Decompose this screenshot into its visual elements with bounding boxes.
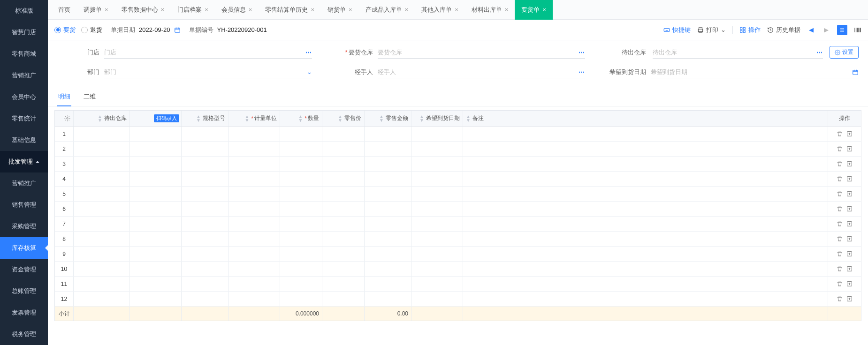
sidebar-item[interactable]: 采购管理: [0, 216, 48, 237]
col-remark[interactable]: ▲▼备注: [463, 111, 828, 126]
sidebar-item[interactable]: 智慧门店: [0, 22, 48, 43]
col-expect-date[interactable]: ▲▼希望到货日期: [411, 111, 463, 126]
add-row-icon[interactable]: [846, 176, 853, 182]
col-unit[interactable]: ▲▼*计量单位: [228, 111, 280, 126]
col-out-warehouse[interactable]: ▲▼待出仓库: [74, 111, 130, 126]
delete-row-icon[interactable]: [837, 281, 843, 287]
table-row[interactable]: 12: [55, 292, 861, 307]
add-row-icon[interactable]: [846, 206, 853, 212]
close-icon[interactable]: ×: [542, 6, 546, 13]
table-row[interactable]: 5: [55, 187, 861, 202]
close-icon[interactable]: ×: [105, 6, 108, 13]
tab[interactable]: 其他入库单×: [415, 0, 465, 20]
table-row[interactable]: 4: [55, 172, 861, 187]
prev-record-button[interactable]: ◀: [807, 26, 815, 33]
delete-row-icon[interactable]: [837, 251, 843, 257]
sidebar-item[interactable]: 零售商城: [0, 43, 48, 65]
sidebar-item[interactable]: 销售管理: [0, 194, 48, 216]
handler-input[interactable]: [378, 68, 579, 75]
close-icon[interactable]: ×: [205, 6, 208, 13]
lookup-icon[interactable]: ⋯: [816, 49, 823, 56]
sidebar-item[interactable]: 税务管理: [0, 323, 48, 345]
operate-button[interactable]: 操作: [739, 26, 761, 34]
calendar-icon[interactable]: [174, 27, 181, 33]
table-row[interactable]: 9: [55, 247, 861, 262]
col-price[interactable]: ▲▼零售价: [322, 111, 365, 126]
next-record-button[interactable]: ▶: [822, 26, 830, 33]
table-row[interactable]: 1: [55, 127, 861, 142]
view-toggle-button[interactable]: [837, 25, 847, 35]
add-row-icon[interactable]: [846, 161, 853, 167]
sidebar-item[interactable]: 会员中心: [0, 86, 48, 108]
table-row[interactable]: 7: [55, 217, 861, 232]
close-icon[interactable]: ×: [311, 6, 314, 13]
delete-row-icon[interactable]: [837, 206, 843, 212]
dept-input[interactable]: [104, 68, 307, 75]
table-row[interactable]: 11: [55, 277, 861, 292]
close-icon[interactable]: ×: [505, 6, 509, 13]
chevron-down-icon[interactable]: ⌄: [307, 68, 312, 75]
tab[interactable]: 会员信息×: [215, 0, 259, 20]
table-row[interactable]: 10: [55, 262, 861, 277]
lookup-icon[interactable]: ⋯: [305, 49, 312, 56]
tab[interactable]: 零售结算单历史×: [259, 0, 321, 20]
sidebar-item[interactable]: 营销推广: [0, 172, 48, 194]
close-icon[interactable]: ×: [455, 6, 458, 13]
out-warehouse-input[interactable]: [653, 49, 816, 56]
close-icon[interactable]: ×: [405, 6, 409, 13]
col-spec[interactable]: ▲▼规格型号: [182, 111, 228, 126]
lookup-icon[interactable]: ⋯: [579, 49, 585, 56]
doc-date-value[interactable]: 2022-09-20: [139, 26, 170, 33]
add-row-icon[interactable]: [846, 296, 853, 302]
close-icon[interactable]: ×: [249, 6, 252, 13]
table-row[interactable]: 6: [55, 202, 861, 217]
barcode-button[interactable]: [854, 26, 861, 34]
radio-return[interactable]: 退货: [81, 26, 102, 34]
close-icon[interactable]: ×: [349, 6, 352, 13]
add-row-icon[interactable]: [846, 266, 853, 272]
add-row-icon[interactable]: [846, 236, 853, 242]
sidebar-section[interactable]: 批发管理: [0, 151, 48, 172]
tab-two-dim[interactable]: 二维: [83, 88, 97, 106]
table-row[interactable]: 3: [55, 157, 861, 172]
delete-row-icon[interactable]: [837, 266, 843, 272]
store-input[interactable]: [104, 49, 305, 56]
delete-row-icon[interactable]: [837, 221, 843, 227]
sidebar-item[interactable]: 零售统计: [0, 108, 48, 129]
calendar-icon[interactable]: [852, 69, 859, 75]
add-row-icon[interactable]: [846, 281, 853, 287]
delete-row-icon[interactable]: [837, 176, 843, 182]
tab-detail[interactable]: 明细: [57, 88, 71, 106]
lookup-icon[interactable]: ⋯: [579, 68, 585, 75]
sidebar-item[interactable]: 资金管理: [0, 259, 48, 280]
request-warehouse-input[interactable]: [378, 49, 579, 56]
radio-request[interactable]: 要货: [54, 26, 76, 34]
sidebar-item[interactable]: 发票管理: [0, 302, 48, 323]
settings-button[interactable]: 设置: [830, 46, 859, 59]
add-row-icon[interactable]: [846, 131, 853, 137]
add-row-icon[interactable]: [846, 221, 853, 227]
expect-date-input[interactable]: [651, 68, 852, 75]
tab[interactable]: 产成品入库单×: [359, 0, 415, 20]
delete-row-icon[interactable]: [837, 161, 843, 167]
col-amount[interactable]: ▲▼零售金额: [365, 111, 411, 126]
add-row-icon[interactable]: [846, 146, 853, 152]
sidebar-item-inventory[interactable]: 库存核算: [0, 237, 48, 259]
table-row[interactable]: 8: [55, 232, 861, 247]
delete-row-icon[interactable]: [837, 131, 843, 137]
tab[interactable]: 门店档案×: [171, 0, 215, 20]
col-qty[interactable]: ▲▼*数量: [280, 111, 322, 126]
delete-row-icon[interactable]: [837, 146, 843, 152]
col-settings[interactable]: [55, 111, 74, 126]
delete-row-icon[interactable]: [837, 236, 843, 242]
tab-home[interactable]: 首页: [52, 0, 77, 20]
history-button[interactable]: 历史单据: [767, 26, 800, 34]
add-row-icon[interactable]: [846, 251, 853, 257]
tab[interactable]: 销货单×: [321, 0, 359, 20]
tab-active[interactable]: 要货单×: [515, 0, 553, 20]
delete-row-icon[interactable]: [837, 191, 843, 197]
sidebar-item[interactable]: 基础信息: [0, 129, 48, 151]
sidebar-item[interactable]: 标准版: [0, 0, 48, 22]
shortcut-button[interactable]: 快捷键: [663, 26, 691, 34]
delete-row-icon[interactable]: [837, 296, 843, 302]
